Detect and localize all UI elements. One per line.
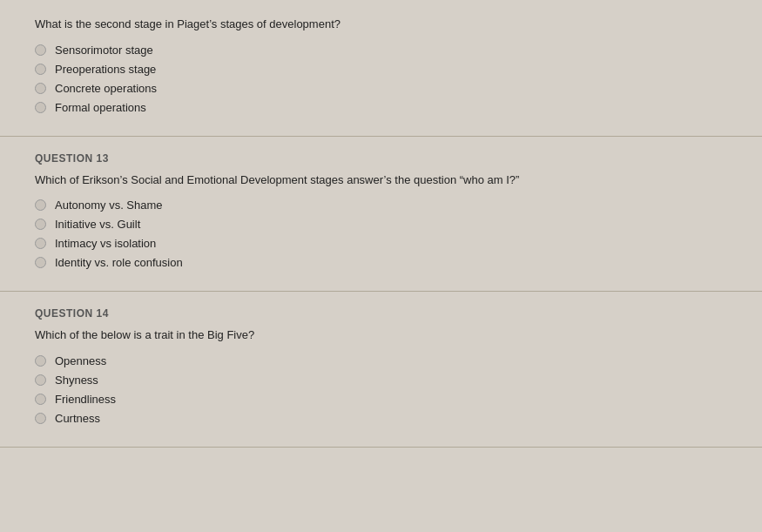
list-item[interactable]: Preoperations stage (35, 63, 727, 76)
radio-circle[interactable] (35, 199, 46, 211)
option-label: Preoperations stage (55, 63, 156, 76)
list-item[interactable]: Friendliness (35, 393, 727, 406)
options-list-q13: Autonomy vs. Shame Initiative vs. Guilt … (35, 199, 727, 269)
option-label: Shyness (55, 374, 98, 387)
radio-circle[interactable] (35, 374, 46, 386)
radio-circle[interactable] (35, 413, 46, 424)
radio-circle[interactable] (35, 355, 46, 367)
question-text-q12: What is the second stage in Piaget’s sta… (35, 16, 727, 33)
option-label: Formal operations (55, 101, 146, 114)
option-label: Sensorimotor stage (55, 44, 153, 57)
option-label: Initiative vs. Guilt (55, 218, 140, 231)
question-block-q14: QUESTION 14 Which of the below is a trai… (0, 292, 762, 448)
radio-circle[interactable] (35, 64, 46, 75)
radio-circle[interactable] (35, 238, 46, 249)
radio-circle[interactable] (35, 219, 46, 230)
list-item[interactable]: Identity vs. role confusion (35, 256, 727, 269)
list-item[interactable]: Openness (35, 354, 727, 367)
option-label: Autonomy vs. Shame (55, 199, 163, 212)
radio-circle[interactable] (35, 83, 46, 94)
option-label: Friendliness (55, 393, 116, 406)
radio-circle[interactable] (35, 394, 46, 405)
option-label: Intimacy vs isolation (55, 237, 156, 250)
radio-circle[interactable] (35, 102, 46, 113)
list-item[interactable]: Formal operations (35, 101, 727, 114)
question-text-q14: Which of the below is a trait in the Big… (35, 327, 727, 344)
question-block-q13: QUESTION 13 Which of Erikson’s Social an… (0, 137, 762, 293)
list-item[interactable]: Shyness (35, 374, 727, 387)
list-item[interactable]: Curtness (35, 412, 727, 425)
option-label: Concrete operations (55, 82, 157, 95)
radio-circle[interactable] (35, 257, 46, 268)
radio-circle[interactable] (35, 44, 46, 56)
question-label-q14: QUESTION 14 (35, 307, 727, 320)
question-block-q12: What is the second stage in Piaget’s sta… (0, 0, 762, 137)
options-list-q12: Sensorimotor stage Preoperations stage C… (35, 44, 727, 114)
question-text-q13: Which of Erikson’s Social and Emotional … (35, 172, 727, 189)
list-item[interactable]: Initiative vs. Guilt (35, 218, 727, 231)
list-item[interactable]: Autonomy vs. Shame (35, 199, 727, 212)
options-list-q14: Openness Shyness Friendliness Curtness (35, 354, 727, 425)
option-label: Identity vs. role confusion (55, 256, 183, 269)
list-item[interactable]: Intimacy vs isolation (35, 237, 727, 250)
list-item[interactable]: Sensorimotor stage (35, 44, 727, 57)
list-item[interactable]: Concrete operations (35, 82, 727, 95)
option-label: Curtness (55, 412, 100, 425)
question-label-q13: QUESTION 13 (35, 152, 727, 165)
page-container: What is the second stage in Piaget’s sta… (0, 0, 762, 448)
option-label: Openness (55, 354, 106, 367)
